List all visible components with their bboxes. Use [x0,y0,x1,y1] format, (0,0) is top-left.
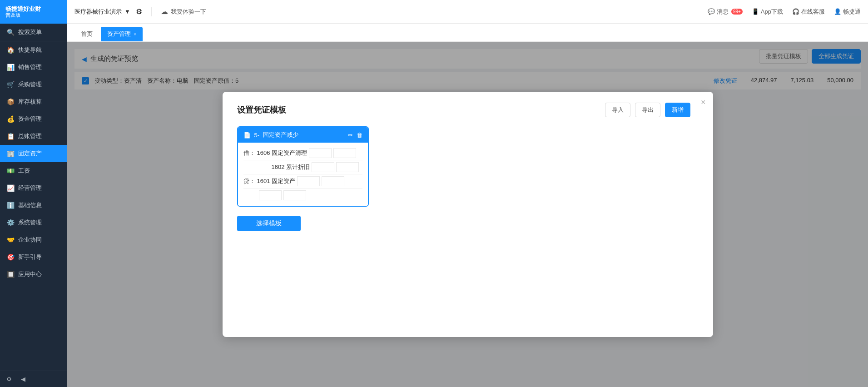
new-button[interactable]: 新增 [665,103,690,117]
experience-label: 我要体验一下 [171,8,206,16]
guide-icon: 🎯 [6,253,15,261]
sidebar-item-inventory[interactable]: 📦 库存核算 [0,93,67,110]
download-icon: 📱 [752,8,759,15]
template-card-header: 📄 5-固定资产减少 ✏ 🗑 [238,127,368,143]
sidebar-item-app-center[interactable]: 🔲 应用中心 [0,266,67,283]
delete-icon[interactable]: 🗑 [357,132,362,139]
edit-icon[interactable]: ✏ [348,132,353,139]
modal: 设置凭证模板 导入 导出 新增 × 📄 5-固定资产减少 ✏ 🗑 [223,92,713,337]
template-entry: 借： 1606 固定资产清理 [243,146,362,160]
app-download-button[interactable]: 📱 App下载 [752,8,783,16]
collapse-icon[interactable]: ◀ [21,376,25,382]
content: ◀ 生成的凭证预览 批量凭证模板 全部生成凭证 ✓ 变动类型：资产清 资产名称：… [67,42,868,387]
sidebar-item-label: 采购管理 [18,80,42,89]
sidebar-item-finance[interactable]: 💰 资金管理 [0,110,67,128]
search-icon: 🔍 [6,28,15,36]
topbar-company: 医疗器械行业演示 ▼ [74,8,130,16]
select-template-button[interactable]: 选择模板 [237,216,301,231]
separator [151,7,152,16]
sidebar-item-ledger[interactable]: 📋 总账管理 [0,128,67,145]
entry-col-debit [259,190,282,200]
import-button[interactable]: 导入 [605,103,630,117]
modal-overlay: 设置凭证模板 导入 导出 新增 × 📄 5-固定资产减少 ✏ 🗑 [67,42,868,387]
template-header-actions: ✏ 🗑 [348,132,362,139]
sidebar-item-operations[interactable]: 📈 经营管理 [0,179,67,197]
sidebar-item-label: 快捷导航 [18,46,42,54]
sidebar-item-label: 销售管理 [18,63,42,71]
entry-col-credit [283,190,306,200]
entry-col-credit [322,176,344,186]
message-badge: 99+ [731,9,743,15]
template-entry [243,189,362,202]
entry-columns [312,162,359,172]
main: 医疗器械行业演示 ▼ ⚙ ☁ 我要体验一下 💬 消息 99+ 📱 App下载 🎧… [67,0,868,387]
message-label: 消息 [717,8,729,16]
user-button[interactable]: 👤 畅捷通 [834,8,861,16]
purchase-icon: 🛒 [6,80,15,89]
inventory-icon: 📦 [6,98,15,106]
sidebar-item-system[interactable]: ⚙️ 系统管理 [0,214,67,231]
topbar-experience[interactable]: ☁ 我要体验一下 [161,7,206,16]
export-button[interactable]: 导出 [635,103,660,117]
settings-icon[interactable]: ⚙ [6,376,12,382]
system-icon: ⚙️ [6,218,15,227]
sidebar-search-label: 搜索菜单 [18,28,42,36]
sidebar-item-label: 工资 [18,167,30,175]
tab-home-label: 首页 [81,30,93,38]
entry-type-label: 贷： [243,177,257,185]
username-label: 畅捷通 [843,8,861,16]
entry-col-credit [333,148,356,158]
logo-line1: 畅捷通好业财 [5,5,41,13]
sidebar-item-label: 应用中心 [18,270,42,278]
modal-close-button[interactable]: × [701,98,706,106]
entry-account-code: 1601 固定资产 [257,177,296,185]
tab-asset-management[interactable]: 资产管理 × [101,27,143,41]
template-entry: 1602 累计折旧 [243,160,362,174]
sidebar-item-purchase[interactable]: 🛒 采购管理 [0,76,67,93]
sidebar-item-salary[interactable]: 💵 工资 [0,162,67,179]
tab-asset-label: 资产管理 [107,30,131,38]
sidebar-item-fixed-assets[interactable]: 🏢 固定资产 [0,145,67,162]
sidebar-item-sales[interactable]: 📊 销售管理 [0,59,67,76]
message-icon: 💬 [708,8,715,15]
tab-home[interactable]: 首页 [74,27,99,41]
template-doc-icon: 📄 [243,132,251,139]
sidebar-item-label: 总账管理 [18,132,42,140]
gear-icon[interactable]: ⚙ [136,7,142,16]
company-name: 医疗器械行业演示 [74,8,122,16]
operations-icon: 📈 [6,184,15,192]
message-button[interactable]: 💬 消息 99+ [708,8,743,16]
cooperation-icon: 🤝 [6,236,15,244]
dropdown-icon[interactable]: ▼ [124,8,130,15]
sidebar-item-label: 资金管理 [18,115,42,123]
entry-type-label: 借： [243,149,257,157]
sidebar-item-search[interactable]: 🔍 搜索菜单 [0,24,67,41]
topbar: 医疗器械行业演示 ▼ ⚙ ☁ 我要体验一下 💬 消息 99+ 📱 App下载 🎧… [67,0,868,24]
sidebar: 畅捷通好业财 普及版 🔍 搜索菜单 🏠 快捷导航 📊 销售管理 🛒 采购管理 📦… [0,0,67,387]
sidebar-item-label: 企业协同 [18,236,42,244]
template-card: 📄 5-固定资产减少 ✏ 🗑 借： 1606 固定资产清理 [237,126,369,207]
app-download-label: App下载 [761,8,783,16]
sidebar-item-label: 基础信息 [18,201,42,209]
sidebar-item-cooperation[interactable]: 🤝 企业协同 [0,231,67,248]
template-entry: 贷： 1601 固定资产 [243,174,362,189]
logo-line2: 普及版 [5,12,41,18]
sidebar-item-label: 库存核算 [18,98,42,106]
home-icon: 🏠 [6,46,15,54]
sidebar-item-label: 固定资产 [18,149,42,158]
online-service-button[interactable]: 🎧 在线客服 [792,8,825,16]
tabs: 首页 资产管理 × [67,24,868,42]
sidebar-item-guide[interactable]: 🎯 新手引导 [0,248,67,266]
user-icon: 👤 [834,8,841,15]
template-code: 5- [254,132,260,139]
entry-columns [297,176,344,186]
topbar-right: 💬 消息 99+ 📱 App下载 🎧 在线客服 👤 畅捷通 [708,8,861,16]
sidebar-item-label: 新手引导 [18,253,42,261]
salary-icon: 💵 [6,167,15,175]
sidebar-item-quick-nav[interactable]: 🏠 快捷导航 [0,41,67,59]
entry-columns [309,148,356,158]
sidebar-bottom: ⚙ ◀ [0,371,67,387]
template-card-body: 借： 1606 固定资产清理 1602 累计折旧 [238,143,368,206]
tab-close-icon[interactable]: × [134,31,136,37]
sidebar-item-basic-info[interactable]: ℹ️ 基础信息 [0,197,67,214]
